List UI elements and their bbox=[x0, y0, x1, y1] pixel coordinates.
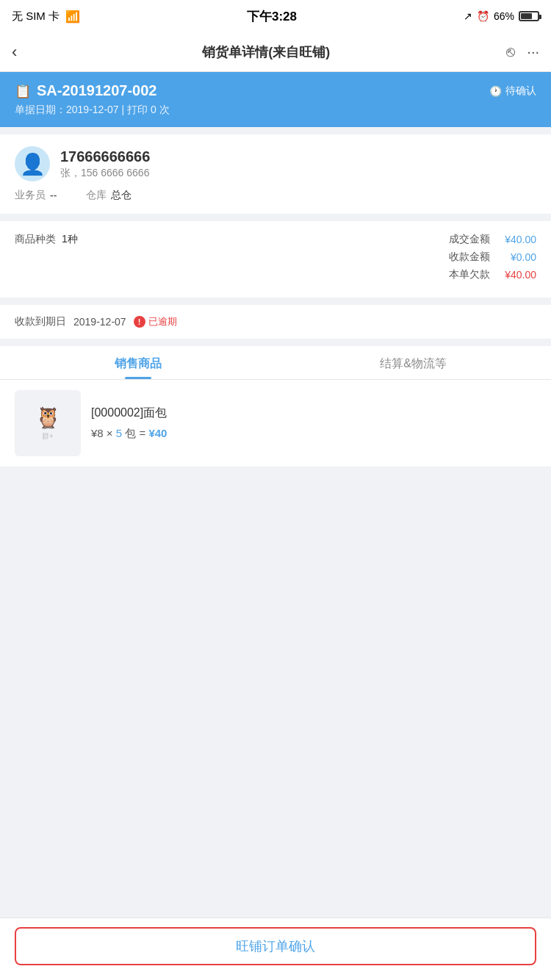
warehouse-item: 仓库 总仓 bbox=[86, 189, 132, 202]
salesperson-value: -- bbox=[50, 190, 57, 201]
due-date-label: 收款到期日 bbox=[15, 315, 66, 328]
clock-icon: 🕐 bbox=[489, 85, 502, 97]
more-button[interactable]: ··· bbox=[527, 43, 539, 60]
owl-icon: 🦉 bbox=[35, 406, 61, 430]
due-date-value: 2019-12-07 bbox=[73, 316, 126, 328]
product-thumbnail: 🦉 群+ bbox=[15, 390, 81, 456]
customer-card: 👤 17666666666 张，156 6666 6666 业务员 -- 仓库 … bbox=[0, 134, 551, 214]
overdue-text: 已逾期 bbox=[148, 315, 177, 328]
battery-icon bbox=[519, 11, 539, 21]
wifi-icon: 📶 bbox=[65, 10, 80, 24]
carrier-text: 无 SIM 卡 bbox=[12, 10, 60, 24]
alarm-icon: ⏰ bbox=[477, 10, 489, 22]
order-status-badge: 🕐 待确认 bbox=[489, 84, 536, 98]
share-button[interactable]: ⎋ bbox=[506, 43, 515, 60]
customer-info: 17666666666 张，156 6666 6666 bbox=[60, 148, 150, 180]
order-meta-sep: | bbox=[122, 104, 128, 115]
salesperson-label: 业务员 bbox=[15, 189, 46, 202]
warehouse-value: 总仓 bbox=[111, 189, 132, 202]
confirm-order-button[interactable]: 旺铺订单确认 bbox=[15, 927, 536, 965]
overdue-badge: ! 已逾期 bbox=[134, 315, 177, 328]
product-type-value: 1种 bbox=[62, 233, 78, 246]
tabs-section: 销售商品 结算&物流等 🦉 群+ [0000002]面包 ¥8 × 5 包 = bbox=[0, 346, 551, 466]
tabs-row: 销售商品 结算&物流等 bbox=[0, 346, 551, 380]
amount-section: 商品种类 1种 成交金额 ¥40.00 收款金额 ¥0.00 本单欠款 ¥40.… bbox=[0, 221, 551, 298]
deal-amount-value: ¥40.00 bbox=[505, 234, 536, 245]
product-price: ¥8 × 5 包 = ¥40 bbox=[91, 427, 167, 441]
product-type-label: 商品种类 bbox=[15, 233, 56, 246]
order-id: 📋 SA-20191207-002 bbox=[15, 82, 156, 99]
bottom-bar: 旺铺订单确认 bbox=[0, 918, 551, 980]
tab-settlement[interactable]: 结算&物流等 bbox=[276, 346, 551, 379]
status-text: 待确认 bbox=[505, 84, 536, 98]
avatar: 👤 bbox=[15, 146, 50, 181]
info-row: 业务员 -- 仓库 总仓 bbox=[15, 189, 536, 202]
deal-amount-row: 成交金额 ¥40.00 bbox=[449, 233, 536, 246]
balance-amount-label: 本单欠款 bbox=[449, 268, 490, 281]
product-list: 🦉 群+ [0000002]面包 ¥8 × 5 包 = ¥40 bbox=[0, 380, 551, 466]
order-icon: 📋 bbox=[15, 83, 31, 99]
nav-bar: ‹ 销货单详情(来自旺铺) ⎋ ··· bbox=[0, 32, 551, 72]
overdue-dot-icon: ! bbox=[134, 316, 145, 328]
thumb-brand-text: 群+ bbox=[42, 431, 54, 442]
receipt-amount-label: 收款金额 bbox=[449, 251, 490, 264]
product-name: [0000002]面包 bbox=[91, 406, 167, 421]
salesperson-item: 业务员 -- bbox=[15, 189, 57, 202]
customer-name: 张，156 6666 6666 bbox=[60, 167, 150, 180]
order-header-card: 📋 SA-20191207-002 🕐 待确认 单据日期：2019-12-07 … bbox=[0, 72, 551, 127]
empty-content-area bbox=[0, 466, 551, 613]
product-total: ¥40 bbox=[148, 427, 167, 439]
customer-row: 👤 17666666666 张，156 6666 6666 bbox=[15, 146, 536, 181]
receipt-amount-value: ¥0.00 bbox=[511, 251, 536, 263]
product-qty: 5 bbox=[116, 427, 122, 439]
order-date: 单据日期：2019-12-07 bbox=[15, 104, 119, 115]
deal-amount-label: 成交金额 bbox=[449, 233, 490, 246]
amount-list: 成交金额 ¥40.00 收款金额 ¥0.00 本单欠款 ¥40.00 bbox=[449, 233, 536, 286]
status-right: ↗ ⏰ 66% bbox=[464, 10, 539, 22]
status-bar: 无 SIM 卡 📶 下午3:28 ↗ ⏰ 66% bbox=[0, 0, 551, 32]
thumb-logo: 🦉 群+ bbox=[35, 406, 61, 442]
status-left: 无 SIM 卡 📶 bbox=[12, 10, 80, 24]
time-display: 下午3:28 bbox=[247, 8, 297, 25]
order-print-count: 打印 0 次 bbox=[127, 104, 170, 115]
product-details: [0000002]面包 ¥8 × 5 包 = ¥40 bbox=[91, 406, 167, 441]
order-meta: 单据日期：2019-12-07 | 打印 0 次 bbox=[15, 104, 536, 117]
location-icon: ↗ bbox=[464, 10, 472, 22]
battery-percentage: 66% bbox=[494, 10, 514, 22]
unit-price: ¥8 bbox=[91, 427, 104, 439]
product-unit: 包 bbox=[125, 427, 136, 439]
receipt-amount-row: 收款金额 ¥0.00 bbox=[449, 251, 536, 264]
warehouse-label: 仓库 bbox=[86, 189, 107, 202]
nav-title: 销货单详情(来自旺铺) bbox=[26, 43, 506, 61]
balance-amount-value: ¥40.00 bbox=[505, 269, 536, 281]
price-sep2: = bbox=[139, 427, 148, 439]
back-button[interactable]: ‹ bbox=[12, 43, 17, 62]
nav-actions: ⎋ ··· bbox=[506, 43, 539, 60]
product-type: 商品种类 1种 bbox=[15, 233, 78, 246]
price-sep1: × bbox=[107, 427, 116, 439]
avatar-icon: 👤 bbox=[20, 152, 46, 176]
product-item: 🦉 群+ [0000002]面包 ¥8 × 5 包 = ¥40 bbox=[15, 390, 536, 456]
balance-amount-row: 本单欠款 ¥40.00 bbox=[449, 268, 536, 281]
order-id-text: SA-20191207-002 bbox=[37, 82, 156, 99]
tab-sales-products[interactable]: 销售商品 bbox=[0, 346, 276, 379]
due-section: 收款到期日 2019-12-07 ! 已逾期 bbox=[0, 305, 551, 339]
customer-phone: 17666666666 bbox=[60, 148, 150, 165]
